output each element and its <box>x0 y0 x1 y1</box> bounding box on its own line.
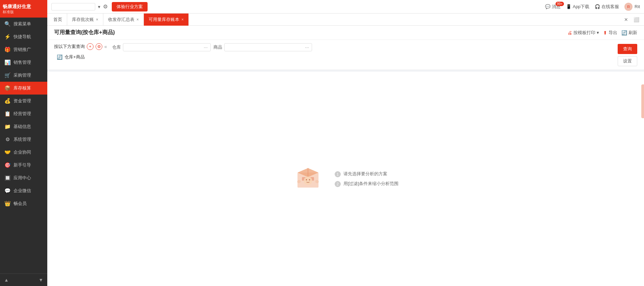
close-tab-button[interactable]: ✕ <box>622 16 630 23</box>
sidebar-item-finance[interactable]: 💰资金管理 <box>0 95 47 107</box>
edit-scheme-button[interactable]: ⚙ <box>96 43 102 50</box>
sidebar-label-purchase: 采购管理 <box>14 72 31 78</box>
svg-point-5 <box>304 176 312 185</box>
goods-input-box: ··· <box>224 43 312 51</box>
svg-point-6 <box>306 179 307 180</box>
sidebar-label-enterprise: 企业协同 <box>14 149 31 155</box>
warehouse-more-button[interactable]: ··· <box>204 45 208 50</box>
tab-label-batch: 库存批次账 <box>72 17 94 23</box>
sidebar-label-finance: 资金管理 <box>14 98 31 104</box>
settings-button[interactable]: 设置 <box>618 56 637 66</box>
refresh-action[interactable]: 🔄 刷新 <box>621 30 637 36</box>
sidebar-label-appstore: 应用中心 <box>14 175 31 181</box>
sidebar-item-purchase[interactable]: 🛒采购管理 <box>0 69 47 82</box>
service-icon: 🎧 <box>595 4 600 9</box>
sidebar-item-basic[interactable]: 📁基础信息 <box>0 120 47 133</box>
goods-more-button[interactable]: ··· <box>305 45 309 50</box>
sidebar-item-inventory[interactable]: 📦库存核算 <box>0 82 47 95</box>
dropdown-button[interactable]: ▾ <box>98 4 100 9</box>
query-button[interactable]: 查询 <box>618 44 637 54</box>
sidebar-icon-shortcut: ⚡ <box>4 34 11 40</box>
gear-button[interactable]: ⚙ <box>103 3 108 10</box>
svg-point-7 <box>309 179 310 180</box>
sidebar-label-member: 畅会员 <box>14 201 27 207</box>
app-download-action[interactable]: 📱 App下载 <box>566 4 589 10</box>
sidebar-icon-member: 👑 <box>4 201 11 207</box>
sidebar-icon-finance: 💰 <box>4 98 11 104</box>
sidebar-item-marketing[interactable]: 🎁营销推广 <box>0 43 47 56</box>
empty-box-svg <box>293 162 323 189</box>
print-dropdown-icon[interactable]: ▾ <box>597 30 599 35</box>
empty-tips: 1 请先选择要分析的方案 2 用[过滤]条件来缩小分析范围 <box>335 171 398 187</box>
sidebar-item-sales[interactable]: 📊销售管理 <box>0 56 47 69</box>
sidebar-item-enterprise[interactable]: 🤝企业协同 <box>0 146 47 159</box>
tab-home[interactable]: 首页 <box>50 14 67 26</box>
tip-num-2: 2 <box>335 181 341 187</box>
online-service-action[interactable]: 🎧 在线客服 <box>595 4 619 10</box>
tab-label-available: 可用量库存账本 <box>149 17 179 23</box>
empty-state: 1 请先选择要分析的方案 2 用[过滤]条件来缩小分析范围 <box>47 72 644 286</box>
tab-close-batch[interactable]: × <box>96 17 98 22</box>
tab-batch[interactable]: 库存批次账× <box>67 14 103 26</box>
expand-tab-button[interactable]: ⬜ <box>632 16 641 23</box>
message-action[interactable]: 💬 消息 99+ <box>545 4 561 10</box>
sidebar-item-guide[interactable]: 🎯新手引导 <box>0 159 47 172</box>
sidebar-label-weixin: 企业微信 <box>14 188 31 194</box>
sidebar-scroll-down[interactable]: ▼ <box>37 277 45 283</box>
sidebar-icon-marketing: 🎁 <box>4 47 11 53</box>
edition-label: 标准版 <box>3 9 45 14</box>
goods-field: 商品 ··· <box>213 43 312 51</box>
scheme-item-label: 仓库+商品 <box>65 54 85 60</box>
sidebar-label-guide: 新手引导 <box>14 162 31 168</box>
tab-label-summary: 收发存汇总表 <box>108 17 134 23</box>
export-action[interactable]: ⬆ 导出 <box>603 30 617 36</box>
tab-available[interactable]: 可用量库存账本× <box>144 14 189 26</box>
trial-button[interactable]: 体验行业方案 <box>112 2 148 11</box>
main-area: ▾ ⚙ 体验行业方案 💬 消息 99+ 📱 App下载 🎧 在线客服 R R <box>47 0 644 286</box>
sidebar-item-member[interactable]: 👑畅会员 <box>0 197 47 210</box>
topbar: ▾ ⚙ 体验行业方案 💬 消息 99+ 📱 App下载 🎧 在线客服 R R <box>47 0 644 14</box>
empty-illustration <box>293 162 327 196</box>
add-scheme-button[interactable]: + <box>87 43 94 50</box>
online-service-label: 在线客服 <box>601 4 619 10</box>
sidebar-icon-system: ⚙ <box>4 136 11 142</box>
tabbar: 首页库存批次账×收发存汇总表×可用量库存账本× ✕ ⬜ <box>47 14 644 26</box>
empty-tip-1: 1 请先选择要分析的方案 <box>335 171 398 177</box>
sidebar-item-appstore[interactable]: 🔲应用中心 <box>0 172 47 184</box>
sidebar-item-shortcut[interactable]: ⚡快捷导航 <box>0 30 47 43</box>
sidebar-icon-guide: 🎯 <box>4 162 11 168</box>
user-area[interactable]: R Rit <box>624 3 640 11</box>
tab-close-summary[interactable]: × <box>136 17 139 22</box>
goods-input[interactable] <box>227 45 304 50</box>
sidebar-icon-purchase: 🛒 <box>4 72 11 78</box>
scheme-icon: 🔄 <box>57 54 62 60</box>
tab-summary[interactable]: 收发存汇总表× <box>103 14 144 26</box>
tab-close-available[interactable]: × <box>181 17 184 22</box>
sidebar-item-search[interactable]: 🔍搜索菜单 <box>0 18 47 30</box>
collapse-scheme-button[interactable]: « <box>104 44 107 49</box>
tab-window-controls: ✕ ⬜ <box>622 16 644 23</box>
tip-text-1: 请先选择要分析的方案 <box>343 171 387 177</box>
tip-num-1: 1 <box>335 171 341 177</box>
user-initial: R <box>627 5 630 9</box>
page-title: 可用量查询(按仓库+商品) <box>54 29 115 36</box>
sidebar-item-system[interactable]: ⚙系统管理 <box>0 133 47 146</box>
filter-actions: 查询 设置 <box>618 43 637 66</box>
sidebar-label-system: 系统管理 <box>14 136 31 142</box>
page-header-actions: 🖨 按模板打印 ▾ ⬆ 导出 🔄 刷新 <box>567 30 637 36</box>
sidebar-label-operations: 经营管理 <box>14 111 31 117</box>
filter-inputs: 仓库 ··· 商品 ··· <box>112 43 614 51</box>
warehouse-field: 仓库 ··· <box>112 43 211 51</box>
warehouse-input[interactable] <box>126 45 202 50</box>
mobile-icon: 📱 <box>566 4 571 9</box>
print-action[interactable]: 🖨 按模板打印 ▾ <box>567 30 599 36</box>
search-input[interactable] <box>51 3 95 10</box>
print-icon: 🖨 <box>567 30 572 35</box>
sidebar-icon-search: 🔍 <box>4 21 11 27</box>
sidebar-scroll-up[interactable]: ▲ <box>3 277 10 283</box>
sidebar-item-weixin[interactable]: 💬企业微信 <box>0 184 47 197</box>
scheme-item-warehouse-goods[interactable]: 🔄 仓库+商品 <box>54 53 108 61</box>
sidebar-item-operations[interactable]: 📋经营管理 <box>0 107 47 120</box>
brand-name: 畅康通好生意 <box>3 3 45 9</box>
right-scroll-handle <box>641 84 644 118</box>
